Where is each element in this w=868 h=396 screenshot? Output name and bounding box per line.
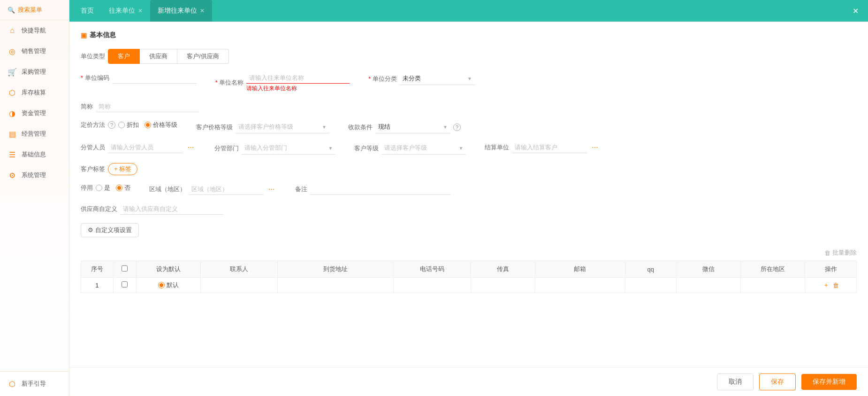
sidebar-item-purchase[interactable]: 🛒 采购管理 — [0, 62, 69, 82]
basic-icon: ☰ — [8, 150, 17, 159]
row-default-radio-item[interactable]: 默认 — [141, 281, 196, 289]
tab-new-partner[interactable]: 新增往来单位 ✕ — [150, 0, 212, 22]
sidebar-item-guide[interactable]: ⬡ 新手引导 — [0, 375, 69, 392]
unit-name-error-wrapper: 请输入往来单位名称 — [246, 72, 350, 93]
manager-more[interactable]: ··· — [186, 143, 196, 152]
disabled-no-radio — [116, 185, 122, 191]
settlement-unit-more[interactable]: ··· — [590, 143, 600, 152]
row-address[interactable] — [278, 278, 394, 293]
row-qq-input[interactable] — [630, 282, 672, 289]
customer-level-chevron: ▼ — [458, 146, 463, 151]
pricing-method-help[interactable]: ? — [108, 121, 115, 129]
sidebar-item-basic[interactable]: ☰ 基础信息 — [0, 144, 69, 165]
customer-level-field: 客户等级 请选择客户等级 ▼ — [354, 142, 466, 155]
operations-icon: ▤ — [8, 129, 17, 139]
batch-delete-button[interactable]: 🗑 批量删除 — [824, 248, 857, 257]
manager-input[interactable] — [108, 142, 183, 153]
payment-terms-help[interactable]: ? — [453, 124, 461, 131]
sidebar-item-label: 系统管理 — [22, 171, 46, 179]
save-button[interactable]: 保存 — [759, 373, 796, 390]
section-title-text: 基本信息 — [90, 31, 116, 39]
sidebar-item-quick-nav[interactable]: ⌂ 快捷导航 — [0, 20, 69, 41]
unit-name-input[interactable] — [246, 72, 350, 84]
row-qq[interactable] — [625, 278, 677, 293]
row-phone[interactable] — [394, 278, 471, 293]
delete-icon: 🗑 — [824, 249, 830, 256]
remark-field: 备注 — [295, 184, 451, 195]
pricing-price-level-option[interactable]: 价格等级 — [145, 121, 177, 129]
row-fax-input[interactable] — [476, 282, 530, 289]
sidebar-search[interactable]: 🔍 搜索菜单 — [0, 0, 69, 20]
row-contact-input[interactable] — [206, 282, 273, 289]
region-input[interactable] — [189, 184, 264, 195]
department-chevron: ▼ — [328, 146, 333, 151]
table-select-all[interactable] — [122, 265, 128, 272]
row-delete-button[interactable]: 🗑 — [833, 282, 839, 289]
sidebar-item-system[interactable]: ⚙ 系统管理 — [0, 165, 69, 186]
row-address-input[interactable] — [282, 282, 388, 289]
row-area-input[interactable] — [746, 282, 800, 289]
tab-partner-close[interactable]: ✕ — [138, 8, 143, 14]
row-area[interactable] — [741, 278, 805, 293]
sidebar-bottom: ⬡ 新手引导 — [0, 371, 69, 396]
unit-type-supplier[interactable]: 供应商 — [140, 49, 177, 64]
row-checkbox[interactable] — [122, 281, 128, 287]
disabled-yes-option[interactable]: 是 — [96, 184, 110, 192]
payment-terms-select[interactable]: 现结 ▼ — [375, 121, 450, 133]
supplier-custom-label: 供应商自定义 — [81, 205, 117, 213]
col-header-email: 邮箱 — [535, 261, 625, 278]
row-email[interactable] — [535, 278, 625, 293]
save-new-button[interactable]: 保存并新增 — [801, 374, 857, 390]
row-weixin[interactable] — [677, 278, 741, 293]
row-add-button[interactable]: ＋ — [823, 281, 829, 289]
row-contact[interactable] — [200, 278, 277, 293]
batch-delete-label: 批量删除 — [832, 248, 857, 257]
remark-input[interactable] — [310, 184, 451, 195]
department-placeholder: 请输入分管部门 — [244, 144, 287, 152]
close-all-tabs[interactable]: ✕ — [847, 7, 864, 16]
abbr-input[interactable] — [96, 101, 199, 112]
row-phone-input[interactable] — [398, 282, 465, 289]
department-select[interactable]: 请输入分管部门 ▼ — [242, 142, 335, 155]
region-more[interactable]: ··· — [266, 185, 276, 194]
custom-settings-button[interactable]: ⚙ 自定义项设置 — [81, 223, 139, 237]
col-header-check — [113, 261, 136, 278]
sidebar-item-finance[interactable]: ◑ 资金管理 — [0, 103, 69, 124]
unit-type-row: 单位类型 客户 供应商 客户/供应商 — [81, 49, 857, 64]
tab-new-partner-close[interactable]: ✕ — [200, 8, 205, 14]
row-weixin-input[interactable] — [681, 282, 736, 289]
col-header-contact: 联系人 — [200, 261, 277, 278]
sidebar-item-sales[interactable]: ◎ 销售管理 — [0, 41, 69, 62]
main-area: 首页 往来单位 ✕ 新增往来单位 ✕ ✕ ▣ 基本信息 单位类型 客户 供应商 … — [69, 0, 868, 396]
disabled-label: 停用 — [81, 184, 93, 192]
tab-home[interactable]: 首页 — [73, 0, 101, 22]
row-email-input[interactable] — [540, 282, 620, 289]
footer: 取消 保存 保存并新增 — [69, 367, 868, 396]
col-header-fax: 传真 — [471, 261, 535, 278]
add-tag-button[interactable]: + 标签 — [108, 163, 137, 175]
disabled-yes-label: 是 — [104, 184, 110, 192]
sidebar-item-inventory[interactable]: ⬡ 库存核算 — [0, 82, 69, 103]
unit-type-both[interactable]: 客户/供应商 — [177, 49, 229, 64]
tab-partner[interactable]: 往来单位 ✕ — [101, 0, 150, 22]
customer-level-select[interactable]: 请选择客户等级 ▼ — [381, 142, 466, 155]
pricing-discount-option[interactable]: 折扣 — [118, 121, 139, 129]
payment-terms-label: 收款条件 — [348, 123, 373, 132]
unit-type-customer[interactable]: 客户 — [108, 49, 140, 64]
sidebar-item-label: 资金管理 — [22, 109, 46, 117]
abbr-field: 简称 — [81, 101, 199, 112]
col-header-area: 所在地区 — [741, 261, 805, 278]
disabled-no-option[interactable]: 否 — [116, 184, 130, 192]
settlement-unit-input[interactable] — [512, 142, 587, 153]
cancel-button[interactable]: 取消 — [717, 373, 754, 390]
unit-code-input[interactable]: 000009 — [112, 72, 197, 84]
row-fax[interactable] — [471, 278, 535, 293]
unit-category-field: 单位分类 未分类 ▼ — [368, 72, 475, 85]
customer-price-level-select[interactable]: 请选择客户价格等级 ▼ — [236, 121, 329, 133]
supplier-custom-input[interactable] — [120, 203, 223, 215]
sidebar-item-operations[interactable]: ▤ 经营管理 — [0, 124, 69, 144]
supplier-custom-row: 供应商自定义 — [81, 203, 857, 215]
sidebar-search-label: 搜索菜单 — [18, 6, 42, 14]
unit-category-select[interactable]: 未分类 ▼ — [400, 72, 475, 85]
disabled-region-row: 停用 是 否 区域（地区） ··· — [81, 184, 857, 195]
